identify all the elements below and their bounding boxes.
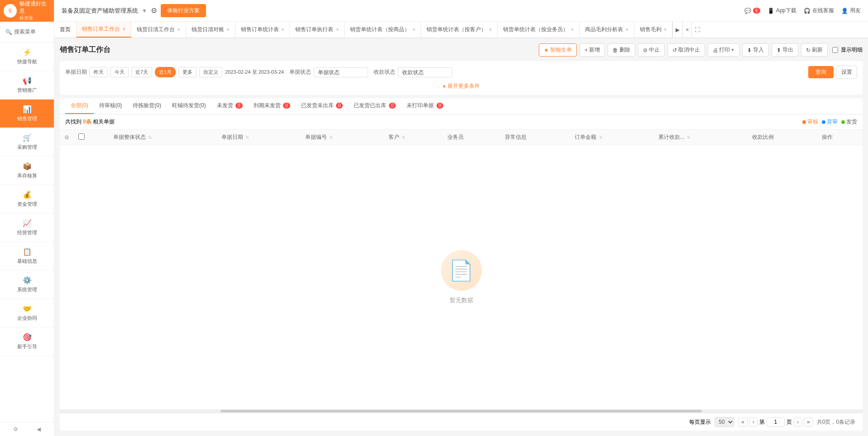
online-service-btn[interactable]: 🎧 在线客服 <box>804 7 834 14</box>
sidebar-item-enterprise[interactable]: 🤝 企业协同 <box>0 299 54 327</box>
user-btn[interactable]: 👤 用友 <box>841 7 861 14</box>
app-download-btn[interactable]: 📱 App下载 <box>767 7 796 14</box>
sidebar-item-finance[interactable]: 💰 资金管理 <box>0 185 54 213</box>
column-amount[interactable]: 订单金额 ⇅ <box>570 130 653 145</box>
review-btn[interactable]: 审核 <box>802 118 818 126</box>
close-icon[interactable]: × <box>626 27 628 32</box>
sub-tab-not-shipped[interactable]: 未发货 0 <box>211 98 248 114</box>
payment-filter-label: 收款状态 <box>374 68 395 76</box>
column-status[interactable]: 单据整体状态 ⇅ <box>109 130 217 145</box>
close-icon[interactable]: × <box>664 27 667 32</box>
page-input[interactable] <box>767 417 785 427</box>
industry-btn[interactable]: 体验行业方案 <box>161 4 206 17</box>
prev-page-btn[interactable]: ‹ <box>749 417 758 427</box>
sidebar-search[interactable]: 🔍 搜索菜单 <box>0 22 54 43</box>
close-icon[interactable]: × <box>571 27 574 32</box>
refresh-btn[interactable]: ↻ 刷新 <box>801 43 828 57</box>
sub-tab-shipped-not-out[interactable]: 已发货未出库 0 <box>296 98 349 114</box>
tab-sales-stat-prod[interactable]: 销货单统计表（按商品） × <box>345 22 421 38</box>
column-checkbox[interactable] <box>74 130 109 145</box>
horizontal-scrollbar[interactable] <box>60 409 863 413</box>
close-icon[interactable]: × <box>336 27 339 32</box>
query-btn[interactable]: 查询 <box>808 66 834 78</box>
tab-nav-expand[interactable]: ⛶ <box>691 22 703 38</box>
topbar-settings-icon[interactable]: ⚙ <box>151 6 157 15</box>
print-btn[interactable]: 🖨 打印 ▼ <box>708 43 739 57</box>
expand-filter-btn[interactable]: ▾ 展开更多条件 <box>443 82 480 90</box>
search-menu-button[interactable]: 🔍 搜索菜单 <box>4 26 50 38</box>
close-icon[interactable]: × <box>412 27 415 32</box>
tab-sales-gross[interactable]: 销售毛利 × <box>634 22 673 38</box>
tab-sales-stat-staff[interactable]: 销货单统计表（按业务员） × <box>498 22 580 38</box>
sub-tab-pending-inspect[interactable]: 待拣验货(0) <box>127 98 167 114</box>
date-7days-btn[interactable]: 近7天 <box>131 67 152 77</box>
ship-action-btn[interactable]: 发货 <box>841 118 857 126</box>
close-icon[interactable]: × <box>177 27 180 32</box>
sub-tab-overdue[interactable]: 到期未发货 0 <box>248 98 296 114</box>
tab-sales-exec[interactable]: 销售订单执行表 × <box>290 22 345 38</box>
date-1month-btn[interactable]: 近1月 <box>155 67 176 77</box>
date-today-btn[interactable]: 今天 <box>110 67 129 77</box>
new-btn[interactable]: + 新增 <box>580 43 605 57</box>
date-more-btn[interactable]: 更多 <box>178 67 197 77</box>
show-detail-checkbox[interactable] <box>832 47 838 53</box>
last-page-btn[interactable]: » <box>804 417 813 427</box>
settings-icon[interactable]: ⚙ <box>13 426 18 432</box>
collapse-icon[interactable]: ◀ <box>37 426 41 432</box>
tab-cash-reconcile[interactable]: 钱货日清对账 × <box>186 22 235 38</box>
sidebar-item-guide[interactable]: 🎯 新手引导 <box>0 327 54 356</box>
sidebar-item-inventory[interactable]: 📦 库存核算 <box>0 156 54 185</box>
close-icon[interactable]: × <box>282 27 284 32</box>
sub-tab-not-printed[interactable]: 未打印单据 0 <box>401 98 449 114</box>
import-btn[interactable]: ⬇ 导入 <box>742 43 769 57</box>
cancel-stop-btn[interactable]: ↺ 取消中止 <box>667 43 705 57</box>
stop-btn[interactable]: ⊘ 中止 <box>638 43 665 57</box>
column-salesperson[interactable]: 业务员 <box>443 130 500 145</box>
tab-sales-stat[interactable]: 销售订单统计表 × <box>235 22 290 38</box>
tab-nav-close[interactable]: × <box>682 22 691 38</box>
first-page-btn[interactable]: « <box>738 417 748 427</box>
sidebar-item-marketing[interactable]: 📢 营销推广 <box>0 71 54 100</box>
column-date[interactable]: 单据日期 ⇅ <box>217 130 300 145</box>
close-icon[interactable]: × <box>489 27 492 32</box>
column-number[interactable]: 单据编号 ⇅ <box>301 130 384 145</box>
message-btn[interactable]: 💬 6 <box>744 8 760 14</box>
column-ratio[interactable]: 收款比例 <box>748 130 817 145</box>
column-collected[interactable]: 累计收款... ⇅ <box>654 130 748 145</box>
topbar-dropdown-icon[interactable]: ▼ <box>142 8 147 14</box>
sub-tab-shipped-out[interactable]: 已发货已出库 0 <box>348 98 401 114</box>
sidebar-item-operations[interactable]: 📈 经营管理 <box>0 213 54 242</box>
sub-tab-pending[interactable]: 待审核(0) <box>94 98 128 114</box>
tab-sales-stat-cust[interactable]: 销货单统计表（按客户） × <box>421 22 498 38</box>
export-btn[interactable]: ⬆ 导出 <box>772 43 798 57</box>
sidebar-item-purchase[interactable]: 🛒 采购管理 <box>0 128 54 156</box>
status-select[interactable]: 单据状态 <box>314 67 368 77</box>
sidebar-item-basic[interactable]: 📋 基础信息 <box>0 242 54 270</box>
date-custom-btn[interactable]: 自定义 <box>199 67 222 77</box>
sidebar-item-sales[interactable]: 📊 销售管理 <box>0 100 54 128</box>
sidebar-item-system[interactable]: ⚙️ 系统管理 <box>0 270 54 299</box>
close-icon[interactable]: × <box>123 27 125 32</box>
column-gear[interactable]: ⚙ <box>60 130 74 145</box>
column-exception[interactable]: 异常信息 <box>500 130 570 145</box>
tab-cash-daily[interactable]: 钱货日清工作台 × <box>131 22 186 38</box>
column-customer[interactable]: 客户 ⇅ <box>384 130 443 145</box>
select-all-checkbox[interactable] <box>78 133 85 140</box>
tab-nav-more[interactable]: ▶ <box>672 22 682 38</box>
payment-select[interactable]: 收款状态 <box>398 67 452 77</box>
unreviewed-btn[interactable]: 弃审 <box>822 118 838 126</box>
smart-create-btn[interactable]: ★ 智能生单 <box>539 43 577 57</box>
tab-margin-analysis[interactable]: 商品毛利分析表 × <box>580 22 634 38</box>
date-yesterday-btn[interactable]: 昨天 <box>90 67 108 77</box>
close-icon[interactable]: × <box>227 27 230 32</box>
tab-home[interactable]: 首页 <box>54 22 77 38</box>
delete-btn[interactable]: 🗑 删除 <box>608 43 635 57</box>
sidebar-item-quick[interactable]: ⚡ 快捷导航 <box>0 43 54 71</box>
next-page-btn[interactable]: › <box>794 417 802 427</box>
per-page-select[interactable]: 50 <box>715 417 734 427</box>
sub-tab-wangpu[interactable]: 旺铺待发货(0) <box>167 98 211 114</box>
settings-btn[interactable]: 设置 <box>836 66 857 79</box>
scrollbar-thumb[interactable] <box>221 410 702 412</box>
tab-sales-order[interactable]: 销售订单工作台 × <box>77 22 131 38</box>
sub-tab-all[interactable]: 全部(0) <box>65 98 94 114</box>
